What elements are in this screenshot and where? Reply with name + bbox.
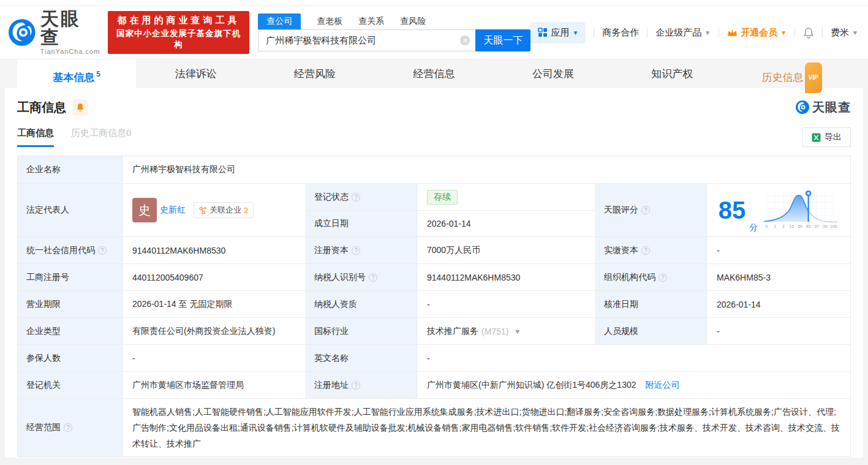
top-divider (0, 0, 868, 6)
nav-tab-label: 公司发展 (532, 68, 574, 80)
reg-status-value: 存续 (417, 184, 595, 210)
help-icon[interactable]: ? (369, 273, 377, 282)
search-tab-relation[interactable]: 查关系 (358, 13, 384, 29)
staff-size-label: 人员规模 (595, 317, 707, 344)
search-tab-company[interactable]: 查公司 (258, 13, 301, 29)
paid-capital-label: 实缴资本? (595, 236, 707, 263)
help-icon[interactable]: ? (352, 381, 360, 390)
svg-text:97: 97 (815, 224, 820, 229)
help-icon[interactable]: ? (641, 206, 650, 214)
bell-icon (76, 103, 85, 112)
nav-tab-business-info[interactable]: 经营信息 (374, 59, 493, 88)
svg-text:99: 99 (823, 224, 828, 229)
svg-text:100: 100 (830, 224, 837, 229)
brand-slogan-banner: 都在用的商业查询工具 国家中小企业发展子基金旗下机构 (108, 11, 249, 54)
help-icon[interactable]: ? (98, 246, 107, 255)
monitor-bell-button[interactable] (72, 99, 88, 115)
nav-tab-company-development[interactable]: 公司发展 (494, 59, 613, 88)
nearby-companies-link[interactable]: 附近公司 (646, 380, 680, 391)
excel-icon (812, 133, 821, 142)
establish-date-value: 2026-01-14 (417, 210, 595, 236)
tianyan-score-value: 85 分 (707, 183, 850, 236)
help-icon[interactable]: ? (641, 246, 650, 255)
business-scope-label: 经营范围? (18, 398, 123, 456)
help-icon[interactable]: ? (64, 423, 72, 432)
enterprise-products-menu[interactable]: 企业级产品 ▼ (655, 27, 711, 39)
credit-code-value: 91440112MAK6HM8530 (123, 236, 306, 263)
table-row: 营业期限 2026-01-14 至 无固定期限 纳税人资质 - 核准日期 202… (18, 290, 850, 317)
avatar[interactable]: 史 (132, 198, 157, 222)
company-type-label: 企业类型 (18, 317, 123, 344)
org-code-value: MAK6HM85-3 (707, 263, 850, 290)
nav-tab-label: 经营风险 (294, 68, 336, 80)
related-companies-badge[interactable]: 关联企业 2 (194, 202, 254, 218)
divider (647, 28, 647, 37)
nav-tab-history-info[interactable]: 历史信息VIP1 ? (732, 59, 851, 88)
tianyancha-logo-icon (796, 100, 809, 114)
legal-rep-value: 史 史新红 关联企业 2 (123, 183, 306, 236)
search-tab-risk[interactable]: 查风险 (400, 13, 426, 29)
help-icon[interactable]: ? (352, 246, 360, 255)
business-registration-card: 工商信息 天眼查 工商信息 历史工商信息0 导出 (5, 88, 863, 458)
user-menu[interactable]: 费米 ▼ (831, 27, 858, 39)
nav-tab-operating-risk[interactable]: 经营风险 (255, 59, 374, 88)
registration-info-table: 企业名称 广州稀宇极智科技有限公司 法定代表人 史 史新红 关联企业 2 (17, 156, 851, 457)
search-button[interactable]: 天眼一下 (475, 29, 530, 51)
score-number: 85 (719, 198, 746, 222)
status-date-stack: 登记状态? 存续 成立日期 2026-01-14 (306, 183, 595, 236)
insured-count-value: - (123, 344, 306, 371)
industry-code: (M751) (481, 327, 508, 336)
approval-date-value: 2026-01-14 (707, 290, 850, 317)
reg-authority-label: 登记机关 (18, 371, 123, 398)
table-row: 参保人数 - 英文名称 - (18, 344, 850, 371)
search-input[interactable] (258, 29, 475, 51)
paid-capital-value: - (707, 236, 850, 263)
business-cooperation-link[interactable]: 商务合作 (602, 27, 639, 39)
tianyancha-logo[interactable]: 天眼查 TianYanCha.com (9, 10, 100, 55)
chevron-down-icon[interactable]: ▼ (514, 328, 521, 335)
staff-size-value: - (707, 317, 850, 344)
svg-text:50: 50 (798, 224, 802, 229)
establish-date-label: 成立日期 (306, 210, 417, 236)
search-area: 查公司 查老板 查关系 查风险 ✕ 天眼一下 (258, 13, 530, 51)
reg-authority-value: 广州市黄埔区市场监督管理局 (123, 371, 306, 398)
tianyancha-logo-icon (9, 19, 36, 46)
chevron-down-icon: ▼ (572, 29, 578, 36)
nav-tab-basic-info[interactable]: 基本信息5 (17, 59, 136, 88)
watermark-logo: 天眼查 (796, 99, 851, 116)
help-icon[interactable]: ? (352, 193, 360, 202)
status-badge: 存续 (427, 190, 458, 205)
tab-business-registration[interactable]: 工商信息 (17, 127, 54, 147)
industry-value: 技术推广服务 (M751) ▼ (417, 317, 595, 344)
company-type-value: 有限责任公司(外商投资企业法人独资) (123, 317, 306, 344)
table-row: 统一社会信用代码? 91440112MAK6HM8530 注册资本? 7000万… (18, 236, 850, 263)
chevron-down-icon: ▼ (704, 29, 711, 36)
open-membership-menu[interactable]: 开通会员 ▼ (727, 27, 787, 39)
export-button[interactable]: 导出 (802, 127, 851, 147)
nav-tab-label: 知识产权 (651, 68, 693, 80)
reg-status-label: 登记状态? (306, 184, 417, 210)
help-icon[interactable]: ? (659, 273, 667, 282)
svg-text:0: 0 (766, 224, 768, 229)
vip-badge: VIP (805, 62, 822, 93)
business-term-value: 2026-01-14 至 无固定期限 (123, 290, 306, 317)
table-row: 企业类型 有限责任公司(外商投资企业法人独资) 国标行业 技术推广服务 (M75… (18, 317, 850, 344)
nav-tab-intellectual-property[interactable]: 知识产权 (613, 59, 731, 88)
divider (719, 28, 719, 37)
score-unit: 分 (749, 222, 758, 233)
nav-tab-legal-proceedings[interactable]: 法律诉讼 (136, 59, 255, 88)
divider (594, 28, 594, 37)
tab-history-business-registration[interactable]: 历史工商信息0 (71, 127, 131, 147)
header: 天眼查 TianYanCha.com 都在用的商业查询工具 国家中小企业发展子基… (0, 6, 868, 59)
notifications-button[interactable] (803, 27, 814, 39)
table-row: 工商注册号 440112005409607 纳税人识别号? 91440112MA… (18, 263, 850, 290)
header-menu: 应用 ▼ 商务合作 企业级产品 ▼ 开通会员 ▼ 费米 ▼ (530, 22, 858, 43)
section-title: 工商信息 (17, 99, 66, 116)
reg-address-label: 注册地址? (306, 371, 417, 398)
legal-rep-name-link[interactable]: 史新红 (160, 205, 186, 216)
search-tab-boss[interactable]: 查老板 (317, 13, 342, 29)
logo-name: 天眼查 (40, 10, 100, 47)
chevron-down-icon: ▼ (852, 29, 858, 36)
approval-date-label: 核准日期 (595, 290, 707, 317)
apps-menu[interactable]: 应用 ▼ (530, 22, 586, 43)
